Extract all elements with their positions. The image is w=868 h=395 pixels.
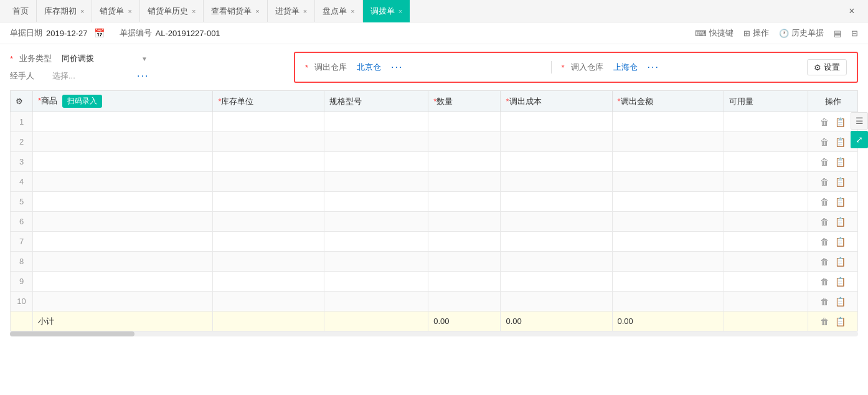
tab-view-sales[interactable]: 查看销货单 ×: [204, 0, 267, 22]
row-3-copy-icon[interactable]: 📋: [835, 157, 846, 167]
row-2-available[interactable]: [724, 132, 808, 152]
row-6-delete-icon[interactable]: 🗑: [820, 217, 829, 227]
row-7-product[interactable]: [33, 232, 213, 252]
row-1-available[interactable]: [724, 112, 808, 132]
row-8-amount[interactable]: [612, 252, 724, 272]
tab-close-stocktake[interactable]: ×: [351, 7, 354, 15]
row-5-delete-icon[interactable]: 🗑: [820, 197, 829, 207]
row-3-spec[interactable]: [324, 152, 428, 172]
row-1-delete-icon[interactable]: 🗑: [820, 117, 829, 127]
history-button[interactable]: 🕐 历史单据: [779, 27, 824, 39]
row-1-amount[interactable]: [612, 112, 724, 132]
row-1-unit[interactable]: [213, 112, 324, 132]
business-type-dropdown[interactable]: ▼: [141, 55, 148, 62]
shortcuts-button[interactable]: ⌨ 快捷键: [695, 27, 734, 39]
row-7-qty[interactable]: [428, 232, 501, 252]
row-7-copy-icon[interactable]: 📋: [835, 237, 846, 247]
in-warehouse-more-btn[interactable]: ···: [648, 62, 659, 73]
row-9-available[interactable]: [724, 272, 808, 292]
row-8-product[interactable]: [33, 252, 213, 272]
row-8-copy-icon[interactable]: 📋: [835, 257, 846, 267]
tab-close-transfer[interactable]: ×: [399, 7, 402, 15]
tab-purchase[interactable]: 进货单 ×: [268, 0, 315, 22]
row-2-cost[interactable]: [501, 132, 612, 152]
row-4-qty[interactable]: [428, 172, 501, 192]
row-8-cost[interactable]: [501, 252, 612, 272]
row-6-copy-icon[interactable]: 📋: [835, 217, 846, 227]
row-3-qty[interactable]: [428, 152, 501, 172]
date-value[interactable]: 2019-12-27: [46, 29, 88, 38]
row-2-delete-icon[interactable]: 🗑: [820, 137, 829, 147]
scan-button[interactable]: 扫码录入: [62, 95, 102, 108]
row-10-unit[interactable]: [213, 292, 324, 312]
subtotal-delete-icon[interactable]: 🗑: [820, 316, 829, 326]
row-9-copy-icon[interactable]: 📋: [835, 277, 846, 287]
tab-close-inventory-init[interactable]: ×: [80, 7, 84, 15]
row-7-cost[interactable]: [501, 232, 612, 252]
row-6-product[interactable]: [33, 212, 213, 232]
row-7-unit[interactable]: [213, 232, 324, 252]
row-10-delete-icon[interactable]: 🗑: [820, 297, 829, 307]
row-8-spec[interactable]: [324, 252, 428, 272]
row-5-amount[interactable]: [612, 192, 724, 212]
row-3-amount[interactable]: [612, 152, 724, 172]
row-4-cost[interactable]: [501, 172, 612, 192]
tab-stocktake[interactable]: 盘点单 ×: [315, 0, 362, 22]
row-4-available[interactable]: [724, 172, 808, 192]
row-2-amount[interactable]: [612, 132, 724, 152]
tab-sales-history[interactable]: 销货单历史 ×: [140, 0, 204, 22]
tab-close-purchase[interactable]: ×: [303, 7, 307, 15]
row-3-unit[interactable]: [213, 152, 324, 172]
row-9-unit[interactable]: [213, 272, 324, 292]
row-2-copy-icon[interactable]: 📋: [835, 137, 846, 147]
business-type-value[interactable]: 同价调拨: [62, 53, 136, 64]
row-6-cost[interactable]: [501, 212, 612, 232]
row-2-product[interactable]: [33, 132, 213, 152]
row-7-amount[interactable]: [612, 232, 724, 252]
out-warehouse-value[interactable]: 北京仓: [357, 62, 381, 73]
row-1-spec[interactable]: [324, 112, 428, 132]
calendar-icon[interactable]: 📅: [94, 28, 105, 38]
row-3-available[interactable]: [724, 152, 808, 172]
tab-transfer[interactable]: 调拨单 ×: [363, 0, 410, 22]
row-4-delete-icon[interactable]: 🗑: [820, 177, 829, 187]
row-8-qty[interactable]: [428, 252, 501, 272]
row-6-amount[interactable]: [612, 212, 724, 232]
layout2-button[interactable]: ⊟: [851, 29, 858, 38]
tab-close-sales-order[interactable]: ×: [128, 7, 131, 15]
row-4-spec[interactable]: [324, 172, 428, 192]
row-1-copy-icon[interactable]: 📋: [835, 117, 846, 127]
row-2-unit[interactable]: [213, 132, 324, 152]
row-3-product[interactable]: [33, 152, 213, 172]
row-6-available[interactable]: [724, 212, 808, 232]
row-5-available[interactable]: [724, 192, 808, 212]
sidebar-list-icon[interactable]: ☰: [851, 112, 868, 130]
row-6-spec[interactable]: [324, 212, 428, 232]
row-10-amount[interactable]: [612, 292, 724, 312]
row-7-available[interactable]: [724, 232, 808, 252]
row-10-qty[interactable]: [428, 292, 501, 312]
row-5-qty[interactable]: [428, 192, 501, 212]
tab-sales-order[interactable]: 销货单 ×: [92, 0, 139, 22]
horizontal-scrollbar[interactable]: [10, 331, 858, 336]
window-close-button[interactable]: ×: [841, 0, 863, 22]
row-9-spec[interactable]: [324, 272, 428, 292]
row-5-copy-icon[interactable]: 📋: [835, 197, 846, 207]
row-9-product[interactable]: [33, 272, 213, 292]
row-4-product[interactable]: [33, 172, 213, 192]
settings-button[interactable]: ⚙ 设置: [807, 59, 847, 75]
row-5-cost[interactable]: [501, 192, 612, 212]
row-7-delete-icon[interactable]: 🗑: [820, 237, 829, 247]
layout1-button[interactable]: ▤: [834, 29, 841, 38]
handler-placeholder[interactable]: 选择...: [52, 70, 127, 82]
row-5-spec[interactable]: [324, 192, 428, 212]
out-warehouse-more-btn[interactable]: ···: [391, 62, 403, 73]
row-9-delete-icon[interactable]: 🗑: [820, 277, 829, 287]
row-10-available[interactable]: [724, 292, 808, 312]
row-10-cost[interactable]: [501, 292, 612, 312]
row-9-cost[interactable]: [501, 272, 612, 292]
row-1-product[interactable]: [33, 112, 213, 132]
row-4-unit[interactable]: [213, 172, 324, 192]
row-9-amount[interactable]: [612, 272, 724, 292]
row-10-spec[interactable]: [324, 292, 428, 312]
